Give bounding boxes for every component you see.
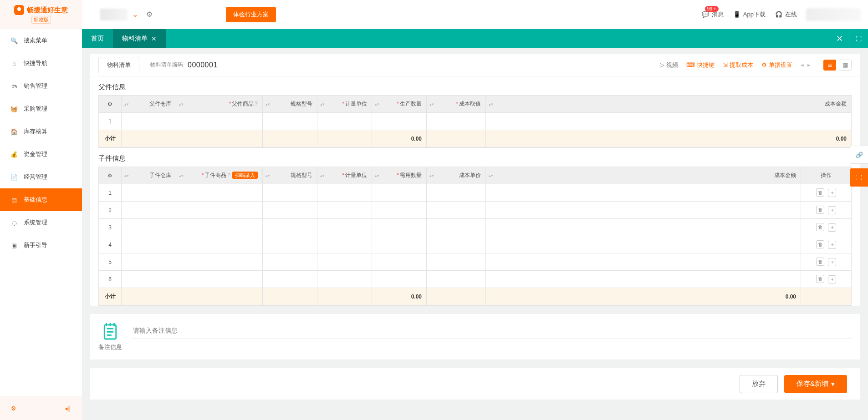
cell-product[interactable] bbox=[176, 202, 263, 219]
cell-spec[interactable] bbox=[263, 219, 317, 236]
sidebar-item-operation[interactable]: 📄 经营管理 bbox=[0, 166, 82, 188]
sidebar-item-system[interactable]: ◌ 系统管理 bbox=[0, 211, 82, 234]
cell-unit[interactable] bbox=[317, 253, 372, 271]
cell-unit-cost[interactable] bbox=[427, 236, 486, 253]
cell-unit-cost[interactable] bbox=[427, 219, 486, 236]
cell-qty[interactable] bbox=[372, 113, 427, 130]
view-list-button[interactable]: ≣ bbox=[823, 60, 836, 71]
remarks-input[interactable] bbox=[131, 322, 852, 339]
cell-cost-amount[interactable] bbox=[486, 271, 801, 288]
tabbar-expand[interactable]: ⛶ bbox=[849, 29, 868, 48]
sidebar-item-guide[interactable]: ▣ 新手引导 bbox=[0, 234, 82, 257]
cell-spec[interactable] bbox=[263, 271, 317, 288]
add-row-icon[interactable]: ＋ bbox=[828, 258, 836, 266]
extract-cost-button[interactable]: ⇲ 提取成本 bbox=[723, 61, 753, 69]
parent-row[interactable]: 1 bbox=[99, 113, 851, 130]
cell-unit[interactable] bbox=[317, 202, 372, 219]
add-row-icon[interactable]: ＋ bbox=[828, 241, 836, 249]
gear-icon[interactable]: ⚙ bbox=[146, 10, 153, 19]
cell-cost-amount[interactable] bbox=[486, 219, 801, 236]
scan-input-tag[interactable]: 扫码录入 bbox=[232, 172, 258, 179]
cell-spec[interactable] bbox=[263, 236, 317, 253]
child-row[interactable]: 2🗑＋ bbox=[99, 202, 851, 219]
child-row[interactable]: 6🗑＋ bbox=[99, 271, 851, 288]
cell-unit-cost[interactable] bbox=[427, 271, 486, 288]
col-unit[interactable]: ▴▾*计量单位 bbox=[317, 96, 372, 113]
col-parent-product[interactable]: ▴▾*父件商品? bbox=[176, 96, 263, 113]
cell-qty[interactable] bbox=[372, 236, 427, 253]
col-parent-warehouse[interactable]: ▴▾父件仓库 bbox=[122, 96, 176, 113]
cell-unit[interactable] bbox=[317, 184, 372, 202]
sidebar-item-inventory[interactable]: 🏠 库存核算 bbox=[0, 120, 82, 143]
tab-home[interactable]: 首页 bbox=[82, 29, 113, 48]
cell-product[interactable] bbox=[176, 219, 263, 236]
cell-unit[interactable] bbox=[317, 219, 372, 236]
org-selector[interactable]: ⌄ ⚙ bbox=[100, 9, 219, 20]
cell-spec[interactable] bbox=[263, 253, 317, 271]
shortcut-button[interactable]: ⌨ 快捷键 bbox=[686, 61, 715, 69]
col-cost-amount[interactable]: ▴▾成本金额 bbox=[486, 96, 851, 113]
sidebar-item-funds[interactable]: 💰 资金管理 bbox=[0, 143, 82, 166]
col-child-product[interactable]: ▴▾*子件商品?扫码录入 bbox=[176, 167, 263, 184]
delete-row-icon[interactable]: 🗑 bbox=[816, 188, 824, 197]
add-row-icon[interactable]: ＋ bbox=[828, 189, 836, 197]
col-settings[interactable]: ⚙ bbox=[99, 167, 122, 184]
add-row-icon[interactable]: ＋ bbox=[828, 223, 836, 232]
cell-qty[interactable] bbox=[372, 219, 427, 236]
close-icon[interactable]: ✕ bbox=[151, 35, 157, 42]
next-icon[interactable]: ▸ bbox=[807, 61, 811, 68]
col-cost-amount[interactable]: ▴▾成本金额 bbox=[486, 167, 801, 184]
cell-cost-amount[interactable] bbox=[486, 202, 801, 219]
cell-qty[interactable] bbox=[372, 202, 427, 219]
logo-block[interactable]: 畅捷通好生意 标准版 bbox=[0, 0, 82, 29]
child-row[interactable]: 3🗑＋ bbox=[99, 219, 851, 236]
cell-product[interactable] bbox=[176, 113, 263, 130]
cell-warehouse[interactable] bbox=[122, 113, 176, 130]
cell-product[interactable] bbox=[176, 236, 263, 253]
tabbar-close-all[interactable]: ✕ bbox=[830, 29, 849, 48]
sidebar-item-purchase[interactable]: 🧺 采购管理 bbox=[0, 97, 82, 120]
cell-warehouse[interactable] bbox=[122, 219, 176, 236]
cell-qty[interactable] bbox=[372, 271, 427, 288]
cell-cost-amount[interactable] bbox=[486, 253, 801, 271]
col-cost-mode[interactable]: ▴▾*成本取值 bbox=[427, 96, 486, 113]
cell-spec[interactable] bbox=[263, 202, 317, 219]
fullscreen-button[interactable]: ⛶ bbox=[850, 168, 868, 187]
save-new-button[interactable]: 保存&新增 ▾ bbox=[784, 375, 847, 393]
col-settings[interactable]: ⚙ bbox=[99, 96, 122, 113]
collapse-icon[interactable]: ◂∥ bbox=[65, 405, 71, 412]
sidebar-item-sales[interactable]: 🛍 销售管理 bbox=[0, 75, 82, 97]
cell-unit[interactable] bbox=[317, 113, 372, 130]
sidebar-item-search[interactable]: 🔍 搜索菜单 bbox=[0, 29, 82, 52]
attachment-button[interactable]: 🔗 bbox=[850, 146, 868, 164]
col-unit[interactable]: ▴▾*计量单位 bbox=[317, 167, 372, 184]
cell-unit-cost[interactable] bbox=[427, 202, 486, 219]
cell-cost-amount[interactable] bbox=[486, 236, 801, 253]
cell-product[interactable] bbox=[176, 253, 263, 271]
col-need-qty[interactable]: ▴▾*需用数量 bbox=[372, 167, 427, 184]
cell-qty[interactable] bbox=[372, 253, 427, 271]
cell-spec[interactable] bbox=[263, 184, 317, 202]
delete-row-icon[interactable]: 🗑 bbox=[816, 258, 824, 266]
prev-icon[interactable]: ◂ bbox=[801, 61, 804, 68]
cell-unit-cost[interactable] bbox=[427, 184, 486, 202]
messages-button[interactable]: 💬 99 + 消息 bbox=[701, 10, 724, 19]
cell-warehouse[interactable] bbox=[122, 271, 176, 288]
doc-settings-button[interactable]: ⚙ 单据设置 bbox=[761, 61, 792, 69]
cell-qty[interactable] bbox=[372, 184, 427, 202]
cell-product[interactable] bbox=[176, 271, 263, 288]
tab-bom[interactable]: 物料清单 ✕ bbox=[113, 29, 166, 48]
cell-unit[interactable] bbox=[317, 236, 372, 253]
delete-row-icon[interactable]: 🗑 bbox=[816, 206, 824, 214]
cell-warehouse[interactable] bbox=[122, 253, 176, 271]
sidebar-item-basicinfo[interactable]: ▤ 基础信息 bbox=[0, 188, 82, 211]
app-download-button[interactable]: 📱 App下载 bbox=[733, 10, 766, 19]
video-button[interactable]: ▷ 视频 bbox=[660, 61, 678, 69]
delete-row-icon[interactable]: 🗑 bbox=[816, 223, 824, 231]
child-row[interactable]: 1🗑＋ bbox=[99, 184, 851, 202]
cell-cost-mode[interactable] bbox=[427, 113, 486, 130]
col-spec[interactable]: ▴▾规格型号 bbox=[263, 96, 317, 113]
online-service-button[interactable]: 🎧 在线 bbox=[775, 10, 797, 19]
child-row[interactable]: 5🗑＋ bbox=[99, 253, 851, 271]
col-spec[interactable]: ▴▾规格型号 bbox=[263, 167, 317, 184]
